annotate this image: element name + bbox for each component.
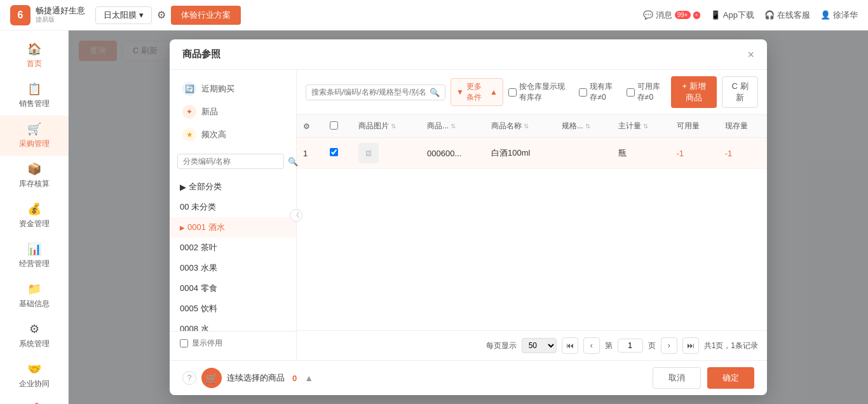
category-search-input[interactable] — [177, 154, 284, 169]
pagination: 每页显示 50 10 20 100 ⏮ ‹ 第 页 — [297, 330, 767, 360]
next-page-btn[interactable]: › — [661, 337, 677, 354]
modal-close-button[interactable]: × — [747, 49, 754, 60]
basic-icon: 📁 — [27, 282, 41, 296]
filter-label: 更多条件 — [466, 81, 487, 103]
sidebar-label-collab: 企业协同 — [19, 379, 50, 389]
sidebar-item-purchase[interactable]: 🛒 采购管理 — [0, 116, 68, 156]
app-download-item[interactable]: 📱 App下载 — [710, 10, 754, 21]
sidebar-label-home: 首页 — [27, 58, 42, 69]
col-spec[interactable]: 规格... ⇅ — [555, 115, 612, 138]
sidebar-item-finance[interactable]: 💰 资金管理 — [0, 196, 68, 236]
col-unit[interactable]: 主计量 ⇅ — [612, 115, 670, 138]
refresh-btn[interactable]: C 刷新 — [722, 76, 758, 108]
category-list: ▶ 全部分类 00 未分类 ▶ 0001 酒水 0002 茶 — [170, 174, 296, 331]
management-icon: 📊 — [27, 242, 41, 256]
nav-dropdown[interactable]: 日太阳膜 ▾ — [95, 6, 152, 24]
col-settings[interactable]: ⚙ — [297, 115, 323, 138]
expand-active-icon: ▶ — [180, 224, 185, 231]
product-search-input[interactable] — [311, 88, 426, 97]
quick-label-freq: 频次高 — [201, 129, 226, 140]
category-0005[interactable]: 0005 饮料 — [170, 299, 296, 319]
download-icon: 📱 — [710, 10, 721, 20]
sidebar-item-management[interactable]: 📊 经营管理 — [0, 236, 68, 276]
first-page-btn[interactable]: ⏮ — [562, 337, 578, 354]
total-label: 共1页，1条记录 — [704, 340, 758, 351]
category-0002[interactable]: 0002 茶叶 — [170, 238, 296, 258]
page-label: 第 — [605, 340, 613, 351]
cancel-button[interactable]: 取消 — [653, 367, 701, 389]
home-icon: 🏠 — [27, 42, 41, 56]
sort-image-icon: ⇅ — [391, 123, 396, 130]
category-0004[interactable]: 0004 零食 — [170, 278, 296, 299]
left-panel: 《 🔄 近期购买 ✦ 新品 ★ — [170, 70, 297, 360]
collapse-btn[interactable]: 《 — [290, 209, 302, 222]
gear-icon[interactable]: ⚙ — [157, 9, 166, 21]
sidebar-label-purchase: 采购管理 — [19, 138, 50, 149]
select-all-checkbox[interactable] — [330, 121, 338, 130]
quick-access: 🔄 近期购买 ✦ 新品 ★ 频次高 — [170, 75, 296, 149]
category-0008[interactable]: 0008 水 — [170, 319, 296, 331]
col-stock: 现存量 — [719, 115, 767, 138]
prev-page-btn[interactable]: ‹ — [583, 337, 600, 354]
search-icon[interactable]: 🔍 — [288, 157, 298, 166]
online-service-item[interactable]: 🎧 在线客服 — [764, 10, 810, 21]
category-0001[interactable]: ▶ 0001 酒水 — [170, 217, 296, 238]
category-00[interactable]: 00 未分类 — [170, 197, 296, 217]
filter-checkboxes: 按仓库显示现有库存 现有库存≠0 可用库存≠0 — [508, 81, 666, 103]
checkbox-available[interactable] — [627, 88, 635, 97]
trial-btn[interactable]: 体验行业方案 — [171, 6, 241, 25]
logo-area: 6 畅捷通好生意 捷易版 — [10, 5, 85, 25]
sidebar-item-sales[interactable]: 📋 销售管理 — [0, 76, 68, 116]
messages-item[interactable]: 💬 消息 99+ + — [643, 10, 700, 21]
sidebar-label-inventory: 库存核算 — [19, 178, 50, 189]
checkbox-warehouse-label: 按仓库显示现有库存 — [508, 81, 572, 103]
sidebar-item-home[interactable]: 🏠 首页 — [0, 36, 68, 76]
collab-icon: 🤝 — [27, 362, 41, 376]
row-stock: -1 — [719, 138, 767, 169]
page-suffix: 页 — [648, 340, 656, 351]
quick-label-new: 新品 — [201, 106, 218, 118]
sidebar-item-guide[interactable]: 📌 新手引导 — [0, 396, 68, 404]
checkbox-available-text: 可用库存≠0 — [637, 81, 666, 103]
show-disabled-checkbox[interactable] — [180, 339, 188, 347]
table-row[interactable]: 1 🖼 000600... 白酒100ml 瓶 — [297, 138, 767, 169]
checkbox-available-label: 可用库存≠0 — [627, 81, 666, 103]
cart-text: 连续选择的商品 — [227, 372, 285, 384]
filter-up-icon: ▲ — [490, 88, 498, 97]
chevron-up-icon[interactable]: ▲ — [304, 373, 313, 383]
cart-icon[interactable]: 🛒 — [201, 368, 222, 388]
help-icon[interactable]: ? — [182, 371, 196, 385]
sidebar-item-collab[interactable]: 🤝 企业协同 — [0, 356, 68, 396]
filter-btn[interactable]: ▼ 更多条件 ▲ — [451, 78, 503, 106]
modal-overlay: 商品参照 × 《 🔄 近期购买 — [69, 30, 868, 404]
sidebar-item-system[interactable]: ⚙ 系统管理 — [0, 316, 68, 356]
add-product-btn[interactable]: + 新增商品 — [671, 76, 717, 108]
category-all[interactable]: ▶ 全部分类 — [170, 177, 296, 197]
quick-item-new[interactable]: ✦ 新品 — [177, 100, 288, 123]
plus-badge: + — [693, 11, 700, 19]
checkbox-warehouse[interactable] — [508, 88, 517, 97]
page-size-select[interactable]: 50 10 20 100 — [522, 338, 557, 353]
search-submit-icon[interactable]: 🔍 — [430, 88, 440, 97]
sidebar-label-sales: 销售管理 — [19, 98, 50, 109]
user-item[interactable]: 👤 徐泽华 — [820, 10, 858, 21]
sidebar-item-basic[interactable]: 📁 基础信息 — [0, 276, 68, 316]
page-number-input[interactable] — [618, 339, 643, 353]
col-name[interactable]: 商品名称 ⇅ — [485, 115, 555, 138]
message-icon: 💬 — [643, 10, 653, 20]
logo-sub: 捷易版 — [36, 15, 85, 24]
sidebar-item-inventory[interactable]: 📦 库存核算 — [0, 156, 68, 196]
checkbox-current[interactable] — [579, 88, 587, 97]
row-checkbox[interactable] — [323, 138, 352, 169]
category-0003[interactable]: 0003 水果 — [170, 258, 296, 278]
last-page-btn[interactable]: ⏭ — [682, 337, 699, 354]
show-disabled-label: 显示停用 — [192, 338, 222, 349]
purchase-icon: 🛒 — [27, 122, 41, 136]
col-code[interactable]: 商品... ⇅ — [421, 115, 485, 138]
confirm-button[interactable]: 确定 — [707, 367, 754, 389]
headset-icon: 🎧 — [764, 10, 775, 20]
sort-name-icon: ⇅ — [524, 123, 529, 130]
product-table: ⚙ 商品图片 ⇅ 商品... ⇅ — [297, 115, 767, 169]
quick-item-recent[interactable]: 🔄 近期购买 — [177, 77, 288, 100]
quick-item-freq[interactable]: ★ 频次高 — [177, 123, 288, 146]
